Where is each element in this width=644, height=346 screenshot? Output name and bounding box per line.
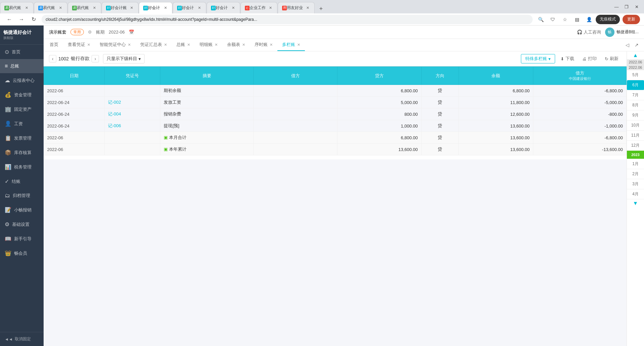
profile-icon[interactable]: 👤 bbox=[584, 14, 594, 25]
star-icon[interactable]: ☆ bbox=[559, 14, 570, 25]
tab-vs-close[interactable]: ✕ bbox=[164, 43, 167, 47]
special-multicolumn-button[interactable]: 特殊多栏账 ▾ bbox=[521, 54, 555, 63]
prev-subject-button[interactable]: ‹ bbox=[49, 55, 56, 62]
tab-favicon-7: 好 bbox=[211, 6, 216, 10]
voucher-link-3[interactable]: 记-006 bbox=[108, 123, 121, 128]
tab-close-3[interactable]: ✕ bbox=[92, 5, 97, 11]
calendar-icon[interactable]: 📅 bbox=[129, 30, 134, 35]
cal-month-jan[interactable]: 1月 bbox=[627, 159, 644, 169]
sidebar-item-inventory[interactable]: 📦 库存核算 bbox=[0, 145, 44, 160]
tab-general-ledger[interactable]: 总账 ✕ bbox=[172, 39, 195, 51]
tab-balance-close[interactable]: ✕ bbox=[242, 43, 245, 47]
browser-tab-2[interactable]: 易 易代账 ✕ bbox=[34, 2, 67, 13]
minimize-button[interactable]: — bbox=[612, 2, 621, 11]
sidebar-item-archive[interactable]: 🗂 归档管理 bbox=[0, 189, 44, 203]
tab-voucher[interactable]: 查看凭证 ✕ bbox=[63, 39, 95, 51]
tab-balance[interactable]: 余额表 ✕ bbox=[222, 39, 250, 51]
browser-tab-3[interactable]: 易 易代账 ✕ bbox=[68, 2, 101, 13]
cal-month-nov[interactable]: 11月 bbox=[627, 131, 644, 141]
browser-tab-8[interactable]: C 企业工作 ✕ bbox=[240, 2, 277, 13]
cell-voucher-3[interactable]: 记-006 bbox=[104, 120, 160, 132]
browser-tab-6[interactable]: 好 好会计 ✕ bbox=[173, 2, 206, 13]
tab-close-6[interactable]: ✕ bbox=[197, 5, 202, 11]
tab-close-1[interactable]: ✕ bbox=[24, 5, 29, 11]
cal-month-mar[interactable]: 3月 bbox=[627, 179, 644, 189]
no-trace-button[interactable]: 无痕模式 bbox=[596, 15, 620, 24]
maximize-button[interactable]: ❐ bbox=[622, 2, 631, 11]
cell-voucher-2[interactable]: 记-004 bbox=[104, 108, 160, 120]
cell-voucher-1[interactable]: 记-002 bbox=[104, 97, 160, 108]
cal-month-may[interactable]: 5月 bbox=[627, 70, 644, 80]
reload-button[interactable]: ↻ bbox=[28, 14, 39, 25]
cal-month-oct[interactable]: 10月 bbox=[627, 120, 644, 131]
tab-close-4[interactable]: ✕ bbox=[129, 5, 134, 11]
browser-tab-1[interactable]: 易 易代账 ✕ bbox=[0, 2, 34, 13]
sidebar-toggle-icon[interactable]: ▤ bbox=[572, 14, 582, 25]
address-input[interactable] bbox=[42, 15, 533, 24]
close-window-button[interactable]: ✕ bbox=[632, 2, 641, 11]
tab-dl-close[interactable]: ✕ bbox=[215, 43, 218, 47]
settings-gear-icon[interactable]: ⚙ bbox=[88, 30, 92, 35]
sidebar-item-invoice[interactable]: 📋 发票管理 bbox=[0, 131, 44, 145]
sidebar-item-funds[interactable]: 💰 资金管理 bbox=[0, 88, 44, 102]
sidebar-pin-toggle[interactable]: ◄◄ 取消固定 bbox=[0, 332, 44, 346]
download-button[interactable]: ⬇ 下载 bbox=[558, 54, 577, 63]
tab-gl-close[interactable]: ✕ bbox=[187, 43, 190, 47]
search-icon[interactable]: 🔍 bbox=[535, 14, 546, 25]
cal-month-apr[interactable]: 4月 bbox=[627, 189, 644, 199]
tab-voucher-close[interactable]: ✕ bbox=[87, 43, 90, 47]
tab-multi-column[interactable]: 多栏账 ✕ bbox=[277, 39, 305, 51]
tab-sequence[interactable]: 序时账 ✕ bbox=[250, 39, 277, 51]
tab-voucher-summary[interactable]: 凭证汇总表 ✕ bbox=[136, 39, 172, 51]
tab-smart-close[interactable]: ✕ bbox=[128, 43, 131, 47]
update-button[interactable]: 更新 bbox=[623, 15, 640, 24]
voucher-link-2[interactable]: 记-004 bbox=[108, 111, 121, 116]
tab-close-2[interactable]: ✕ bbox=[58, 5, 63, 11]
sidebar-item-closing[interactable]: ✓ 结账 bbox=[0, 174, 44, 189]
cal-month-sep[interactable]: 9月 bbox=[627, 110, 644, 120]
tab-home[interactable]: 首页 bbox=[45, 39, 63, 51]
voucher-link-1[interactable]: 记-002 bbox=[108, 100, 121, 105]
sidebar-item-tax[interactable]: 📊 税务管理 bbox=[0, 160, 44, 174]
tab-mc-close[interactable]: ✕ bbox=[297, 43, 300, 47]
sidebar-item-guide[interactable]: 📖 新手引导 bbox=[0, 232, 44, 246]
ledger-table-wrap: 日期 凭证号 摘要 借方 贷方 方向 余额 借方 中国建设银行 bbox=[44, 66, 627, 346]
calendar-down-button[interactable]: ▼ bbox=[632, 199, 640, 207]
browser-tab-7[interactable]: 好 好会计 ✕ bbox=[207, 2, 240, 13]
consult-button[interactable]: 🎧 人工咨询 bbox=[577, 29, 601, 35]
forward-button[interactable]: → bbox=[16, 14, 27, 25]
tab-close-7[interactable]: ✕ bbox=[230, 5, 236, 11]
sidebar-item-reports[interactable]: ☁ 云报表中心 bbox=[0, 73, 44, 88]
sidebar-item-member[interactable]: 👑 畅会员 bbox=[0, 246, 44, 260]
cal-month-aug[interactable]: 8月 bbox=[627, 100, 644, 110]
sidebar-item-home[interactable]: ⊙ 首页 bbox=[0, 45, 44, 59]
browser-tab-4[interactable]: 好 好会计账 ✕ bbox=[102, 2, 139, 13]
tab-close-5[interactable]: ✕ bbox=[163, 5, 168, 11]
tab-detail-ledger[interactable]: 明细账 ✕ bbox=[195, 39, 222, 51]
sidebar-item-ledger[interactable]: ≡ 总账 bbox=[0, 59, 44, 73]
browser-tab-5[interactable]: 好 好会计 ✕ bbox=[139, 2, 172, 13]
expand-panel-button[interactable]: ↗ bbox=[632, 40, 641, 50]
sidebar-item-expense[interactable]: 📝 小畅报销 bbox=[0, 203, 44, 217]
cal-month-dec[interactable]: 12月 bbox=[627, 141, 644, 151]
back-button[interactable]: ← bbox=[4, 14, 15, 25]
print-button[interactable]: 🖨 打印 bbox=[580, 54, 599, 63]
browser-tab-9[interactable]: 用 用友好业 ✕ bbox=[278, 2, 315, 13]
tab-close-9[interactable]: ✕ bbox=[305, 5, 310, 11]
sidebar-item-settings[interactable]: ⚙ 基础设置 bbox=[0, 217, 44, 232]
shield-icon[interactable]: 🛡 bbox=[547, 14, 558, 25]
sidebar-item-assets[interactable]: 🏢 固定资产 bbox=[0, 102, 44, 116]
filter-dropdown[interactable]: 只显示下级科目 ▾ bbox=[103, 54, 145, 63]
cal-month-jun[interactable]: 6月 bbox=[627, 80, 644, 90]
new-tab-button[interactable]: + bbox=[316, 4, 326, 13]
cal-month-jul[interactable]: 7月 bbox=[627, 90, 644, 100]
calendar-up-button[interactable]: ▲ bbox=[632, 51, 640, 59]
sidebar-item-payroll[interactable]: 👤 工资 bbox=[0, 116, 44, 131]
collapse-panel-button[interactable]: ◁ bbox=[623, 40, 632, 50]
cal-month-feb[interactable]: 2月 bbox=[627, 169, 644, 179]
tab-sequence-close[interactable]: ✕ bbox=[270, 43, 273, 47]
tab-close-8[interactable]: ✕ bbox=[268, 5, 273, 11]
next-subject-button[interactable]: › bbox=[92, 55, 99, 62]
tab-smart-voucher[interactable]: 智能凭证中心 ✕ bbox=[95, 39, 136, 51]
refresh-button[interactable]: ↻ 刷新 bbox=[602, 54, 621, 63]
